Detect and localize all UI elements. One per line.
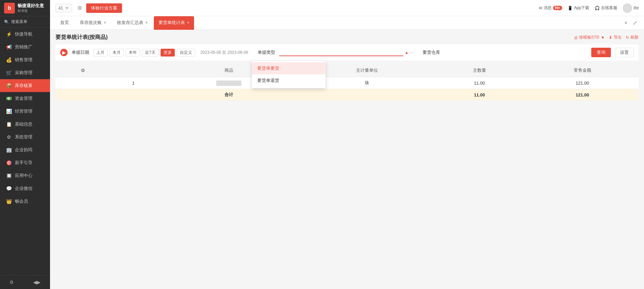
sidebar: b 畅捷通好生意 标准版 🔍 搜索菜单 ⚡ 快捷导航 📢 营销推广 💰 销售管理… [0,0,50,289]
sidebar-item-marketing[interactable]: 📢 营销推广 [0,41,50,53]
sidebar-item-system[interactable]: ⚙ 系统管理 [0,131,50,143]
total-quantity: 11.00 [474,92,485,97]
date-btn-last-month[interactable]: 上月 [93,49,108,57]
sidebar-item-wechat[interactable]: 💬 企业微信 [0,182,50,195]
sidebar-item-label: 经营管理 [15,108,32,114]
app-download-label: App下载 [574,5,589,11]
sidebar-item-inventory[interactable]: 📦 库存核算 [0,79,50,92]
data-table: ⚙ 商品 主计量单位 主数量 零售金额 1 ████████ [55,64,639,101]
total-amount: 121.00 [576,92,589,97]
app-version: 标准版 [18,8,44,13]
sidebar-item-purchase[interactable]: 🛒 采购管理 [0,66,50,79]
dropdown-item-order-return[interactable]: 要货单退货 [252,74,326,87]
tab-receive-summary-close[interactable]: × [145,20,148,25]
content: 要货单统计表(按商品) 🖨 按模板打印 ▼ ⬇ 导出 ↻ 刷新 ▶ [50,30,644,289]
breadcrumb-dropdown-icon: ▼ [65,6,69,10]
filter-expand-btn[interactable]: ▶ [60,49,68,56]
type-select-input[interactable] [279,49,403,56]
export-label: 导出 [614,35,622,40]
type-select-arrow[interactable]: ▲ [405,50,409,55]
marketing-icon: 📢 [5,44,12,50]
sidebar-nav: ⚡ 快捷导航 📢 营销推广 💰 销售管理 🛒 采购管理 📦 库存核算 💵 资金管… [0,28,50,275]
tab-home[interactable]: 首页 [55,16,74,30]
settings-bottom-btn[interactable]: ⚙ [7,278,17,286]
dropdown-item-order-goods-label: 要货单要货 [257,66,279,71]
row-quantity-cell: 11.00 [433,77,526,89]
tab-order-stats-close[interactable]: × [187,20,189,25]
page-header: 要货单统计表(按商品) 🖨 按模板打印 ▼ ⬇ 导出 ↻ 刷新 [55,34,639,41]
date-btn-this-year[interactable]: 本年 [126,49,140,57]
collapse-btn[interactable]: ◀▶ [30,278,43,286]
sidebar-item-label: 畅会员 [15,198,28,204]
sidebar-item-quick-nav[interactable]: ⚡ 快捷导航 [0,28,50,41]
user-name: Rit [634,6,639,10]
row-index-cell: 1 [110,77,157,89]
date-range-display: 2023-05-06 至 2023-06-06 [200,50,248,55]
date-btn-more[interactable]: 更多 [161,49,175,57]
tab-receive-summary[interactable]: 收发存汇总表 × [112,16,152,30]
total-amount-cell: 121.00 [526,89,639,101]
main-area: 41 ▼ ⚙ 体验行业方案 ✉ 消息 99+ 📱 App下载 🎧 在线客服 R [50,0,644,289]
tab-order-stats[interactable]: 要货单统计表 × [154,16,194,30]
refresh-btn[interactable]: ↻ 刷新 [626,35,639,40]
print-label: 按模板打印 [579,35,599,40]
date-btn-last7[interactable]: 近7天 [142,49,159,57]
sidebar-item-label: 基础信息 [15,121,32,127]
topbar-right: ✉ 消息 99+ 📱 App下载 🎧 在线客服 Rit [539,3,639,13]
filter-more-dots[interactable]: ··· [410,49,414,55]
apps-icon: 🔲 [5,173,12,178]
online-service-btn[interactable]: 🎧 在线客服 [595,5,617,11]
table-header-row: ⚙ 商品 主计量单位 主数量 零售金额 [55,64,639,77]
warehouse-filter-label: 要货仓库 [423,49,440,55]
sidebar-item-operations[interactable]: 📊 经营管理 [0,105,50,118]
user-avatar-area[interactable]: Rit [623,3,639,13]
page-title: 要货单统计表(按商品) [55,34,108,41]
sidebar-item-sales[interactable]: 💰 销售管理 [0,53,50,66]
export-btn[interactable]: ⬇ 导出 [609,35,622,40]
sidebar-item-enterprise[interactable]: 🏢 企业协同 [0,143,50,156]
sidebar-item-label: 企业协同 [15,147,32,153]
settings-button[interactable]: 设置 [615,48,634,57]
table-settings-th[interactable]: ⚙ [55,64,110,77]
basics-icon: 📋 [5,121,12,127]
sidebar-item-basics[interactable]: 📋 基础信息 [0,118,50,131]
service-icon: 🎧 [595,6,600,10]
topbar-settings-icon[interactable]: ⚙ [77,5,82,11]
sidebar-item-apps[interactable]: 🔲 应用中心 [0,169,50,182]
date-btn-custom[interactable]: 自定义 [177,49,195,57]
sidebar-search[interactable]: 🔍 搜索菜单 [0,16,50,28]
purchase-icon: 🛒 [5,70,12,75]
tab-expand-btn[interactable]: ⤢ [631,19,639,27]
app-logo-text: 畅捷通好生意 标准版 [18,3,44,13]
dropdown-item-order-goods[interactable]: 要货单要货 [252,62,326,74]
sidebar-item-label: 应用中心 [15,173,32,179]
sidebar-search-label: 搜索菜单 [11,19,27,25]
export-icon: ⬇ [609,35,612,40]
app-download-btn[interactable]: 📱 App下载 [568,5,589,11]
row-settings-cell [55,77,110,89]
sidebar-item-label: 资金管理 [15,95,32,102]
messages-btn[interactable]: ✉ 消息 99+ [539,5,562,11]
trial-button[interactable]: 体验行业方案 [86,3,122,13]
tab-inventory-batch-close[interactable]: × [104,20,106,25]
sidebar-item-members[interactable]: 👑 畅会员 [0,195,50,208]
sales-icon: 💰 [5,57,12,63]
app-logo-icon: b [4,3,15,14]
date-btn-this-month[interactable]: 本月 [110,49,124,57]
total-label: 合计 [224,92,233,97]
tab-close-all-btn[interactable]: × [623,19,629,27]
filter-bar: ▶ 单据日期 上月 本月 本年 近7天 更多 自定义 2023-05-06 至 … [55,44,639,61]
messages-badge: 99+ [553,6,562,10]
total-settings-cell [55,89,110,101]
operations-icon: 📊 [5,109,12,114]
tab-inventory-batch[interactable]: 库存批次账 × [75,16,111,30]
sidebar-item-newbie[interactable]: 🎯 新手引导 [0,156,50,169]
query-button[interactable]: 查询 [591,48,611,57]
topbar-left: 41 ▼ ⚙ 体验行业方案 [55,3,122,13]
table-row: 1 ████████ 块 11.00 121.00 [55,77,639,89]
breadcrumb-input[interactable]: 41 ▼ [55,4,72,13]
tab-receive-summary-label: 收发存汇总表 [117,20,143,26]
print-btn[interactable]: 🖨 按模板打印 ▼ [574,35,605,40]
sidebar-item-label: 采购管理 [15,70,32,76]
sidebar-item-finance[interactable]: 💵 资金管理 [0,92,50,105]
